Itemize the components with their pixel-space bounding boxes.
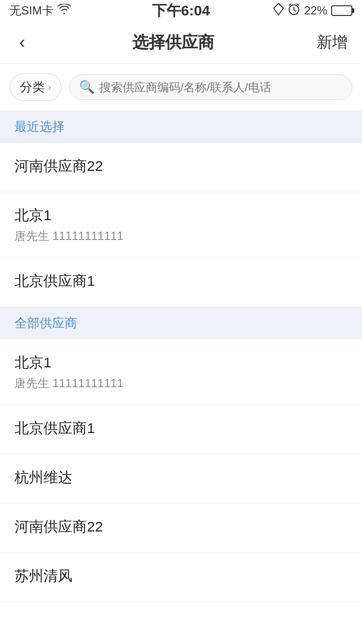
recent-list-item[interactable]: 北京供应商1 (0, 258, 362, 307)
battery-percentage: 22% (304, 4, 327, 17)
all-section-label: 全部供应商 (14, 316, 77, 330)
item-name: 杭州维达 (14, 468, 348, 488)
filter-bar: 分类 › 🔍 (0, 64, 362, 111)
search-icon: 🔍 (79, 80, 95, 95)
wifi-icon (57, 4, 71, 17)
alarm-icon (288, 3, 300, 18)
recent-items-list: 河南供应商22北京1唐先生 11111111111北京供应商1 (0, 143, 362, 307)
battery-icon (331, 5, 352, 16)
status-bar: 无SIM卡 下午6:04 22% (0, 0, 362, 21)
item-name: 北京供应商1 (14, 271, 348, 291)
add-button[interactable]: 新增 (317, 32, 348, 53)
category-label: 分类 (20, 79, 45, 96)
search-input[interactable] (99, 81, 342, 94)
all-list-item[interactable]: 苏州清风 (0, 553, 362, 602)
search-box[interactable]: 🔍 (69, 74, 352, 100)
carrier-label: 无SIM卡 (10, 3, 54, 18)
page-title: 选择供应商 (132, 31, 214, 54)
status-left: 无SIM卡 (10, 3, 71, 18)
item-sub: 唐先生 11111111111 (14, 228, 348, 244)
all-section-header: 全部供应商 (0, 307, 362, 339)
all-items-list: 北京1唐先生 11111111111北京供应商1杭州维达河南供应商22苏州清风 (0, 339, 362, 602)
all-list-item[interactable]: 河南供应商22 (0, 504, 362, 553)
back-button[interactable]: ‹ (14, 28, 30, 57)
item-name: 北京1 (14, 353, 348, 373)
item-name: 河南供应商22 (14, 517, 348, 537)
all-list-item[interactable]: 北京1唐先生 11111111111 (0, 339, 362, 405)
all-list-item[interactable]: 北京供应商1 (0, 405, 362, 454)
recent-section-header: 最近选择 (0, 111, 362, 143)
status-time: 下午6:04 (152, 1, 210, 21)
item-name: 北京1 (14, 206, 348, 225)
location-icon (273, 3, 284, 18)
recent-list-item[interactable]: 北京1唐先生 11111111111 (0, 192, 362, 258)
category-filter[interactable]: 分类 › (10, 73, 61, 101)
item-name: 河南供应商22 (14, 156, 348, 176)
item-name: 北京供应商1 (14, 419, 348, 438)
chevron-right-icon: › (48, 82, 51, 93)
all-list-item[interactable]: 杭州维达 (0, 454, 362, 504)
item-name: 苏州清风 (14, 566, 348, 586)
item-sub: 唐先生 11111111111 (14, 376, 348, 391)
nav-bar: ‹ 选择供应商 新增 (0, 21, 362, 64)
status-right: 22% (273, 3, 352, 18)
recent-section-label: 最近选择 (14, 119, 65, 134)
recent-list-item[interactable]: 河南供应商22 (0, 143, 362, 192)
